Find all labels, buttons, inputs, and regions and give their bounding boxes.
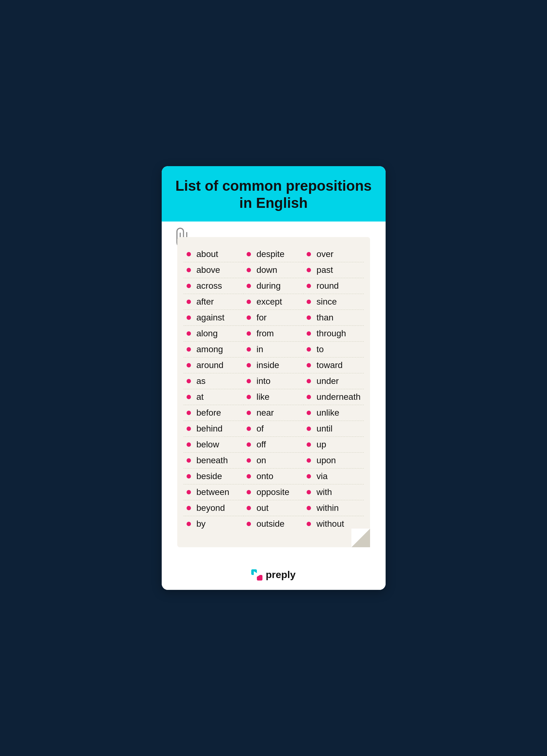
- preposition-word: like: [257, 392, 270, 402]
- list-item: behind: [184, 421, 244, 437]
- list-item: beyond: [184, 500, 244, 516]
- preposition-word: after: [197, 297, 214, 307]
- preposition-word: across: [197, 281, 222, 291]
- preposition-word: off: [257, 440, 266, 450]
- list-item: despite: [244, 246, 303, 262]
- prepositions-list: aboutaboveacrossafteragainstalongamongar…: [177, 237, 370, 547]
- bullet-dot: [247, 268, 251, 272]
- list-item: before: [184, 405, 244, 421]
- preposition-word: as: [197, 376, 206, 386]
- preply-logo: preply: [251, 569, 295, 581]
- preposition-word: past: [316, 265, 333, 275]
- preposition-word: for: [257, 313, 267, 323]
- bullet-dot: [247, 252, 251, 256]
- list-item: to: [303, 342, 364, 357]
- bullet-dot: [306, 474, 311, 478]
- preposition-word: above: [197, 265, 220, 275]
- preposition-word: under: [316, 376, 339, 386]
- list-item: unlike: [303, 405, 364, 421]
- preposition-word: up: [316, 440, 326, 450]
- list-item: under: [303, 373, 364, 389]
- preposition-word: until: [316, 424, 332, 434]
- bullet-dot: [187, 379, 191, 383]
- bullet-dot: [306, 379, 311, 383]
- list-item: about: [184, 246, 244, 262]
- preposition-word: to: [316, 344, 324, 354]
- list-item: among: [184, 342, 244, 357]
- preposition-word: below: [197, 440, 219, 450]
- bullet-dot: [187, 506, 191, 510]
- preposition-word: against: [197, 313, 225, 323]
- bullet-dot: [187, 252, 191, 256]
- list-item: off: [244, 437, 303, 453]
- brand-name: preply: [266, 569, 295, 581]
- list-item: inside: [244, 357, 303, 373]
- bullet-dot: [187, 268, 191, 272]
- list-item: upon: [303, 453, 364, 469]
- list-item: past: [303, 262, 364, 278]
- list-item: within: [303, 500, 364, 516]
- list-item: beneath: [184, 453, 244, 469]
- preposition-word: inside: [257, 360, 279, 370]
- preposition-word: between: [197, 487, 230, 497]
- list-item: by: [184, 516, 244, 532]
- preposition-word: toward: [316, 360, 343, 370]
- preposition-word: except: [257, 297, 282, 307]
- bullet-dot: [306, 490, 311, 494]
- bullet-dot: [247, 490, 251, 494]
- bullet-dot: [306, 395, 311, 399]
- bullet-dot: [306, 331, 311, 336]
- bullet-dot: [247, 522, 251, 526]
- preposition-word: near: [257, 408, 274, 418]
- bullet-dot: [247, 506, 251, 510]
- preposition-word: during: [257, 281, 281, 291]
- bullet-dot: [187, 522, 191, 526]
- list-item: around: [184, 357, 244, 373]
- bullet-dot: [187, 474, 191, 478]
- preposition-word: via: [316, 471, 328, 481]
- preposition-word: from: [257, 329, 274, 338]
- list-item: up: [303, 437, 364, 453]
- preposition-word: around: [197, 360, 224, 370]
- list-item: at: [184, 389, 244, 405]
- preposition-word: opposite: [257, 487, 289, 497]
- bullet-dot: [247, 442, 251, 447]
- list-item: below: [184, 437, 244, 453]
- preposition-word: with: [316, 487, 332, 497]
- columns-container: aboutaboveacrossafteragainstalongamongar…: [184, 246, 364, 532]
- list-item: for: [244, 310, 303, 326]
- bullet-dot: [306, 252, 311, 256]
- preposition-word: behind: [197, 424, 223, 434]
- list-item: along: [184, 326, 244, 342]
- list-item: since: [303, 294, 364, 310]
- bullet-dot: [247, 300, 251, 304]
- bullet-dot: [187, 331, 191, 336]
- bullet-dot: [187, 411, 191, 415]
- bullet-dot: [187, 347, 191, 352]
- bullet-dot: [187, 427, 191, 431]
- list-item: across: [184, 278, 244, 294]
- bullet-dot: [187, 363, 191, 367]
- bullet-dot: [247, 363, 251, 367]
- preposition-word: without: [316, 519, 344, 529]
- preposition-word: of: [257, 424, 264, 434]
- preposition-word: beneath: [197, 455, 228, 465]
- list-item: like: [244, 389, 303, 405]
- preposition-word: round: [316, 281, 339, 291]
- bullet-dot: [306, 268, 311, 272]
- list-item: out: [244, 500, 303, 516]
- preposition-word: into: [257, 376, 271, 386]
- bullet-dot: [247, 379, 251, 383]
- bullet-dot: [247, 315, 251, 320]
- card-body: aboutaboveacrossafteragainstalongamongar…: [162, 222, 386, 563]
- bullet-dot: [187, 490, 191, 494]
- list-item: beside: [184, 469, 244, 484]
- bullet-dot: [247, 331, 251, 336]
- preposition-word: over: [316, 249, 333, 259]
- column-3: overpastroundsincethanthroughtotowardund…: [303, 246, 364, 532]
- preposition-word: among: [197, 344, 223, 354]
- bullet-dot: [306, 427, 311, 431]
- preposition-word: onto: [257, 471, 274, 481]
- preposition-word: before: [197, 408, 221, 418]
- preposition-word: beyond: [197, 503, 225, 513]
